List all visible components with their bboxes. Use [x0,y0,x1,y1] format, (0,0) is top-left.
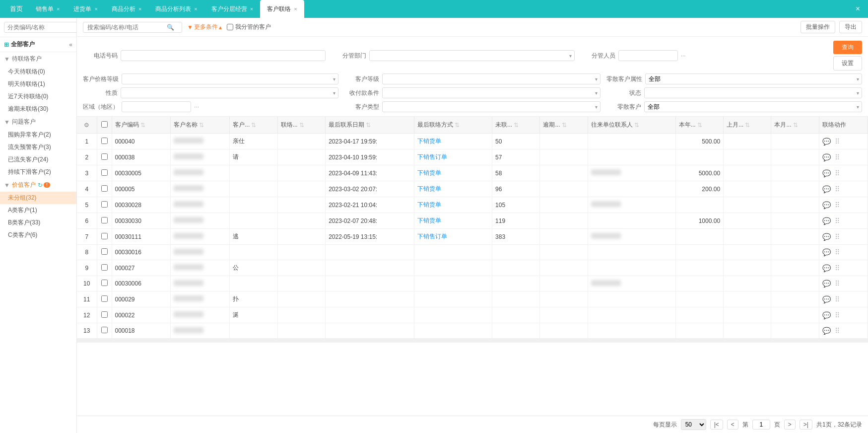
chat-icon[interactable]: 💬 [822,295,831,303]
more-action-icon[interactable]: ⠿ [835,264,840,272]
last-contact-method-cell[interactable]: 下销货单 [414,165,492,181]
sort-icon9[interactable]: ⇅ [634,122,639,129]
close-customer-mgmt-tab-icon[interactable]: × [250,6,253,12]
row-checkbox[interactable] [101,264,108,271]
row-checkbox-cell[interactable] [97,291,112,307]
chat-icon[interactable]: 💬 [822,185,831,193]
more-action-icon[interactable]: ⠿ [835,138,840,145]
contact-method-link[interactable]: 下销货单 [417,169,441,176]
row-checkbox-cell[interactable] [97,197,112,213]
sort-icon5[interactable]: ⇅ [366,122,371,129]
sidebar-item-churned[interactable]: 已流失客户(24) [0,153,76,166]
row-checkbox-cell[interactable] [97,307,112,323]
customer-level-select[interactable] [382,73,600,84]
row-checkbox-cell[interactable] [97,245,112,260]
chat-icon[interactable]: 💬 [822,327,831,335]
last-contact-method-cell[interactable]: 下销货单 [414,213,492,229]
close-analysis-tab-icon[interactable]: × [138,6,141,12]
pending-contact-group[interactable]: ▼ 待联络客户 [0,52,76,66]
chat-icon[interactable]: 💬 [822,201,831,209]
last-page-btn[interactable]: >| [800,420,812,430]
sidebar-item-tomorrow[interactable]: 明天待联络(1) [0,78,76,90]
chat-icon[interactable]: 💬 [822,264,831,272]
value-customer-group[interactable]: ▼ 价值客户 ↻ ! [0,178,76,192]
nav-tab-sales[interactable]: 销售单 × [29,0,67,18]
more-action-icon[interactable]: ⠿ [835,201,840,209]
person-more-icon[interactable]: ··· [681,52,686,59]
more-action-icon[interactable]: ⠿ [835,233,840,241]
phone-input[interactable] [121,50,326,61]
chat-icon[interactable]: 💬 [822,311,831,319]
row-checkbox-cell[interactable] [97,229,112,245]
sidebar-item-class-b[interactable]: B类客户(33) [0,216,76,229]
retail-customer-select[interactable]: 全部 [644,101,862,112]
more-action-icon[interactable]: ⠿ [835,169,840,177]
contact-method-link[interactable]: 下销货单 [417,185,441,192]
payment-select[interactable] [382,87,600,98]
page-size-select[interactable]: 50 100 [681,419,706,430]
customer-type-select[interactable] [382,101,600,112]
more-action-icon[interactable]: ⠿ [835,311,840,319]
retail-attr-select[interactable]: 全部 [645,73,862,84]
sort-icon8[interactable]: ⇅ [562,122,567,129]
row-checkbox[interactable] [101,295,108,302]
last-contact-method-cell[interactable]: 下销货单 [414,197,492,213]
sort-icon[interactable]: ⇅ [140,122,145,129]
row-checkbox-cell[interactable] [97,149,112,165]
th-check[interactable] [97,117,112,134]
more-action-icon[interactable]: ⠿ [835,327,840,335]
last-contact-method-cell[interactable] [414,291,492,307]
close-all-tabs-icon[interactable]: × [852,4,864,13]
sort-icon10[interactable]: ⇅ [697,122,702,129]
nav-tab-purchase[interactable]: 进货单 × [67,0,104,18]
price-level-select[interactable] [122,73,338,84]
collapse-icon[interactable]: « [69,41,72,48]
contact-method-link[interactable]: 下销售订单 [417,153,447,160]
chat-icon[interactable]: 💬 [822,248,831,256]
row-checkbox[interactable] [101,185,108,192]
nav-tab-analysis[interactable]: 商品分析 × [105,0,148,18]
row-checkbox-cell[interactable] [97,323,112,339]
problem-customer-group[interactable]: ▼ 问题客户 [0,115,76,129]
sort-icon6[interactable]: ⇅ [455,122,460,129]
next-page-btn[interactable]: > [784,420,796,430]
sidebar-item-declining[interactable]: 持续下滑客户(2) [0,166,76,178]
sidebar-search-input[interactable] [4,22,77,33]
sort-icon2[interactable]: ⇅ [199,122,204,129]
more-action-icon[interactable]: ⠿ [835,280,840,288]
more-action-icon[interactable]: ⠿ [835,248,840,256]
sidebar-item-today[interactable]: 今天待联络(0) [0,66,76,78]
contact-method-link[interactable]: 下销售订单 [417,233,447,240]
sort-icon3[interactable]: ⇅ [251,122,256,129]
sort-icon7[interactable]: ⇅ [514,122,519,129]
row-checkbox-cell[interactable] [97,213,112,229]
chat-icon[interactable]: 💬 [822,153,831,161]
last-contact-method-cell[interactable] [414,245,492,260]
row-checkbox[interactable] [101,169,108,176]
chat-icon[interactable]: 💬 [822,280,831,288]
last-contact-method-cell[interactable] [414,323,492,339]
last-contact-method-cell[interactable] [414,260,492,276]
sidebar-item-ungrouped[interactable]: 未分组(32) [0,192,76,204]
more-action-icon[interactable]: ⠿ [835,295,840,303]
th-settings[interactable]: ⚙ [77,117,97,134]
first-page-btn[interactable]: |< [710,420,723,430]
prev-page-btn[interactable]: < [727,420,738,430]
row-checkbox-cell[interactable] [97,181,112,197]
sidebar-item-churn-warning[interactable]: 流失预警客户(3) [0,141,76,153]
more-action-icon[interactable]: ⠿ [835,217,840,225]
page-number-input[interactable] [752,420,770,430]
row-checkbox[interactable] [101,248,108,255]
refresh-icon[interactable]: ↻ [38,182,43,189]
sidebar-item-overdue[interactable]: 逾期未联络(30) [0,103,76,115]
more-action-icon[interactable]: ⠿ [835,153,840,161]
batch-ops-button[interactable]: 批量操作 [801,21,835,33]
chat-icon[interactable]: 💬 [822,169,831,177]
contact-method-link[interactable]: 下销货单 [417,217,441,224]
last-contact-method-cell[interactable] [414,307,492,323]
more-conditions-btn[interactable]: ▼ 更多条件 ▴ [187,23,222,31]
close-purchase-tab-icon[interactable]: × [94,6,97,12]
row-checkbox-cell[interactable] [97,276,112,291]
chat-icon[interactable]: 💬 [822,138,831,145]
sort-icon4[interactable]: ⇅ [299,122,304,129]
